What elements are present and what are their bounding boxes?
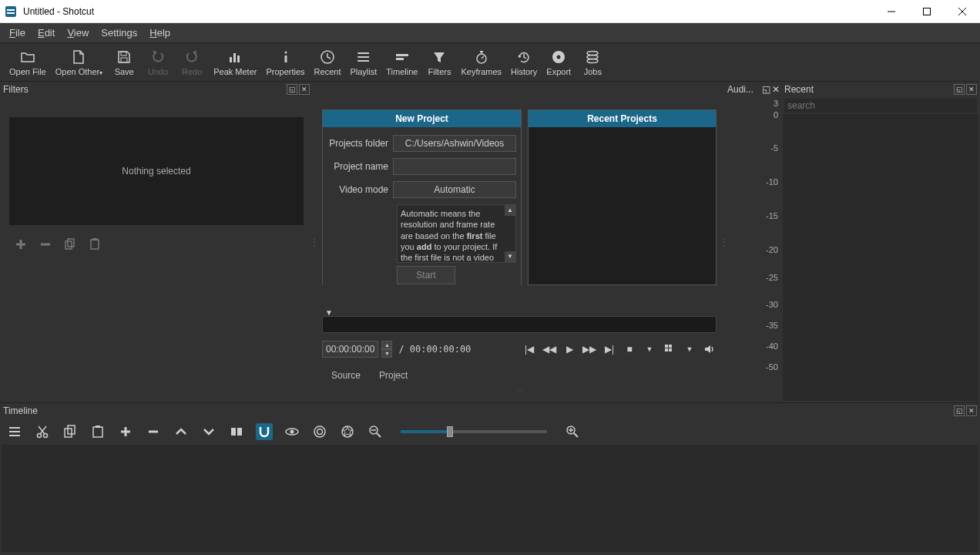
- lift-button[interactable]: [173, 423, 190, 440]
- close-button[interactable]: [945, 0, 980, 23]
- recent-panel-undock[interactable]: ◱: [954, 84, 965, 95]
- svg-rect-21: [396, 54, 408, 56]
- filter-paste-button[interactable]: [86, 236, 103, 253]
- recent-projects-list[interactable]: [529, 127, 716, 284]
- keyframes-button[interactable]: Keyframes: [456, 47, 506, 78]
- zoom-menu-button[interactable]: ▼: [643, 342, 656, 356]
- ripple-button[interactable]: [311, 423, 328, 440]
- peak-meter-button[interactable]: Peak Meter: [209, 47, 261, 78]
- hint-scroll-up[interactable]: ▲: [505, 205, 515, 216]
- svg-rect-36: [68, 239, 74, 247]
- svg-rect-2: [7, 12, 15, 14]
- start-button[interactable]: Start: [397, 266, 455, 284]
- cut-button[interactable]: [34, 423, 51, 440]
- hint-scroll-down[interactable]: ▼: [505, 251, 515, 262]
- project-name-input[interactable]: [393, 158, 516, 175]
- open-file-button[interactable]: Open File: [5, 47, 51, 78]
- svg-point-20: [357, 60, 359, 62]
- delete-button[interactable]: [145, 423, 162, 440]
- scrub-button[interactable]: [284, 423, 300, 440]
- menu-edit[interactable]: Edit: [32, 24, 61, 42]
- svg-line-26: [482, 56, 484, 59]
- append-button[interactable]: [117, 423, 134, 440]
- svg-rect-9: [230, 57, 232, 62]
- redo-button[interactable]: Redo: [175, 47, 209, 78]
- tc-up-button[interactable]: ▲: [381, 341, 392, 349]
- recent-button[interactable]: Recent: [310, 47, 346, 78]
- recent-panel-close[interactable]: ✕: [966, 84, 977, 95]
- menu-settings[interactable]: Settings: [95, 24, 143, 42]
- svg-rect-40: [669, 345, 672, 348]
- filters-button[interactable]: Filters: [422, 47, 456, 78]
- projects-folder-dropdown[interactable]: C:/Users/Ashwin/Videos: [393, 135, 516, 152]
- timeline-menu-button[interactable]: [6, 423, 23, 440]
- svg-line-68: [574, 433, 578, 437]
- panel-close-button[interactable]: ✕: [299, 84, 310, 95]
- recent-search-input[interactable]: [784, 99, 977, 113]
- volume-button[interactable]: [703, 342, 717, 356]
- minimize-button[interactable]: [874, 0, 909, 23]
- skip-next-button[interactable]: ▶|: [602, 342, 616, 356]
- timeline-button[interactable]: Timeline: [381, 47, 422, 78]
- undo-icon: [149, 49, 166, 66]
- paste-button[interactable]: [89, 423, 106, 440]
- split-button[interactable]: [228, 423, 245, 440]
- snap-button[interactable]: [256, 423, 273, 440]
- svg-rect-52: [93, 427, 102, 437]
- ripple-all-button[interactable]: [339, 423, 356, 440]
- playhead-icon[interactable]: ▼: [325, 308, 333, 317]
- filter-add-button[interactable]: [12, 236, 29, 253]
- zoom-out-button[interactable]: [367, 423, 384, 440]
- timeline-panel-undock[interactable]: ◱: [954, 405, 965, 416]
- zoom-slider-thumb[interactable]: [447, 426, 453, 437]
- svg-point-61: [314, 426, 325, 437]
- project-tab[interactable]: Project: [370, 367, 417, 384]
- svg-point-62: [317, 429, 323, 435]
- player-track[interactable]: ▼: [322, 316, 717, 333]
- audio-panel-undock[interactable]: ◱: [762, 84, 770, 95]
- filter-copy-button[interactable]: [62, 236, 79, 253]
- skip-prev-button[interactable]: |◀: [522, 342, 536, 356]
- menu-view[interactable]: View: [61, 24, 95, 42]
- timeline-panel-close[interactable]: ✕: [966, 405, 977, 416]
- maximize-button[interactable]: [909, 0, 945, 23]
- jobs-button[interactable]: Jobs: [576, 47, 609, 78]
- zoom-fit-button[interactable]: ■: [623, 342, 636, 356]
- zoom-slider[interactable]: [401, 430, 547, 433]
- tc-down-button[interactable]: ▼: [381, 349, 392, 358]
- project-name-label: Project name: [327, 161, 393, 172]
- resize-handle[interactable]: ┄┄: [322, 387, 717, 394]
- open-other-button[interactable]: Open Other▾: [51, 47, 107, 78]
- video-mode-hint: Automatic means the resolution and frame…: [397, 204, 516, 263]
- grid-button[interactable]: [663, 342, 676, 356]
- recent-list[interactable]: [783, 114, 978, 401]
- play-button[interactable]: ▶: [562, 342, 576, 356]
- overwrite-button[interactable]: [200, 423, 217, 440]
- video-mode-label: Video mode: [327, 184, 393, 195]
- save-button[interactable]: Save: [107, 47, 141, 78]
- svg-rect-1: [7, 9, 15, 11]
- undo-button[interactable]: Undo: [141, 47, 175, 78]
- copy-button[interactable]: [62, 423, 79, 440]
- rewind-button[interactable]: ◀◀: [542, 342, 556, 356]
- svg-rect-37: [91, 240, 99, 249]
- audio-panel-close[interactable]: ✕: [772, 84, 780, 95]
- svg-rect-0: [5, 6, 16, 17]
- history-button[interactable]: History: [506, 47, 542, 78]
- zoom-in-button[interactable]: [564, 423, 581, 440]
- export-button[interactable]: Export: [542, 47, 576, 78]
- panel-undock-button[interactable]: ◱: [287, 84, 297, 95]
- grid-menu-button[interactable]: ▼: [683, 342, 696, 356]
- properties-button[interactable]: Properties: [261, 47, 309, 78]
- timeline-tracks-area[interactable]: [2, 445, 978, 552]
- video-mode-dropdown[interactable]: Automatic: [393, 181, 516, 198]
- current-timecode[interactable]: 00:00:00:00: [322, 341, 378, 358]
- svg-point-28: [557, 55, 561, 59]
- filter-remove-button[interactable]: [37, 236, 54, 253]
- menu-file[interactable]: File: [3, 24, 32, 42]
- title-bar: Untitled - Shotcut: [0, 0, 980, 23]
- fast-forward-button[interactable]: ▶▶: [582, 342, 596, 356]
- playlist-button[interactable]: Playlist: [345, 47, 381, 78]
- menu-help[interactable]: Help: [143, 24, 176, 42]
- source-tab[interactable]: Source: [322, 367, 370, 384]
